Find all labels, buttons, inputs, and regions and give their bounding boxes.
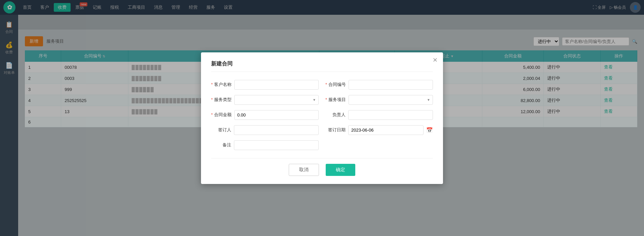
modal-overlay[interactable]: 新建合同 ✕ 客户名称 合同编号 服务类型: [0, 0, 644, 236]
form-row-2: 服务类型 服务项目: [211, 95, 433, 105]
form-row-4: 签订人 签订日期 📅: [211, 125, 433, 135]
label-remarks: 备注: [211, 142, 231, 148]
select-wrapper-service-type: [234, 95, 319, 105]
form-row-3: 合同金额 负责人: [211, 110, 433, 120]
modal-title: 新建合同: [211, 60, 433, 72]
modal-footer: 取消 确定: [211, 158, 433, 176]
form-group-amount: 合同金额: [211, 110, 319, 120]
confirm-button[interactable]: 确定: [326, 164, 355, 176]
input-responsible[interactable]: [348, 110, 433, 120]
form-group-sign-date: 签订日期 📅: [325, 125, 433, 135]
form-group-contract-no: 合同编号: [325, 80, 433, 90]
form-group-responsible: 负责人: [325, 110, 433, 120]
label-contract-no: 合同编号: [325, 82, 346, 88]
form-group-signer: 签订人: [211, 125, 319, 135]
label-service-type: 服务类型: [211, 97, 232, 103]
form-group-remarks: 备注: [211, 140, 319, 150]
input-amount[interactable]: [234, 110, 319, 120]
form-group-service-type: 服务类型: [211, 95, 319, 105]
calendar-icon[interactable]: 📅: [426, 127, 433, 133]
modal-close-button[interactable]: ✕: [433, 57, 438, 63]
form-group-customer-name: 客户名称: [211, 80, 319, 90]
cancel-button[interactable]: 取消: [289, 164, 319, 176]
input-sign-date[interactable]: [348, 125, 424, 135]
input-contract-no[interactable]: [349, 80, 433, 90]
label-customer-name: 客户名称: [211, 82, 232, 88]
label-sign-date: 签订日期: [325, 127, 346, 133]
label-service-item: 服务项目: [325, 97, 346, 103]
select-service-item[interactable]: [349, 95, 433, 105]
input-remarks[interactable]: [234, 140, 319, 150]
input-signer[interactable]: [234, 125, 319, 135]
input-customer-name[interactable]: [234, 80, 319, 90]
label-amount: 合同金额: [211, 112, 232, 118]
label-signer: 签订人: [211, 127, 231, 133]
label-responsible: 负责人: [325, 112, 346, 118]
select-service-type[interactable]: [234, 95, 319, 105]
new-contract-modal: 新建合同 ✕ 客户名称 合同编号 服务类型: [201, 52, 443, 184]
form-row-5: 备注: [211, 140, 433, 150]
form-group-service-item: 服务项目: [325, 95, 433, 105]
form-row-1: 客户名称 合同编号: [211, 80, 433, 90]
select-wrapper-service-item: [349, 95, 433, 105]
